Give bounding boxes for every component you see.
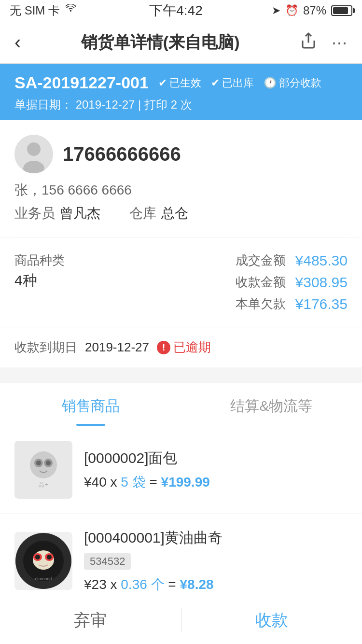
badge-shipped: ✔ 已出库 [211, 76, 254, 90]
badge-partial: 🕐 部分收款 [264, 76, 321, 90]
received-label: 收款金额 [236, 274, 286, 291]
debt-row: 本单欠款 ¥176.35 [236, 295, 348, 312]
section-divider [0, 367, 362, 375]
price-eq-1: = [149, 475, 161, 490]
svg-point-9 [46, 461, 51, 465]
check-icon-2: ✔ [211, 77, 220, 89]
wifi-icon [66, 4, 80, 17]
price-base-1: ¥40 [84, 475, 107, 490]
type-label: 商品种类 [14, 252, 65, 269]
product-thumbnail-2: diamond [14, 532, 72, 590]
price-unit-2: 个 [151, 577, 165, 592]
product-price-2: ¥23 x 0.36 个 = ¥8.28 [84, 575, 348, 594]
list-item: 品+ [0000002]面包 ¥40 x 5 袋 = ¥199.99 [0, 426, 362, 514]
back-button[interactable]: ‹ [14, 31, 21, 53]
share-icon[interactable] [300, 32, 317, 53]
warehouse: 仓库 总仓 [129, 204, 188, 223]
confirm-button[interactable]: 收款 [181, 600, 362, 641]
product-info-2: [000400001]黄油曲奇 534532 ¥23 x 0.36 个 = ¥8… [84, 528, 348, 594]
order-id-row: SA-20191227-001 ✔ 已生效 ✔ 已出库 🕐 部分收款 [14, 73, 348, 92]
product-name-1: [0000002]面包 [84, 448, 348, 468]
check-icon-1: ✔ [158, 77, 167, 89]
tabs-row: 销售商品 结算&物流等 [0, 383, 362, 426]
overdue-text: 已逾期 [173, 339, 211, 356]
amount-label: 成交金额 [236, 252, 286, 269]
debt-label: 本单欠款 [236, 295, 286, 312]
order-date: 2019-12-27 [76, 98, 135, 111]
product-name-2: [000400001]黄油曲奇 [84, 528, 348, 548]
header-date-row: 单据日期： 2019-12-27 | 打印 2 次 [14, 97, 348, 112]
svg-point-16 [35, 555, 40, 560]
tab-sales-products[interactable]: 销售商品 [0, 383, 181, 426]
battery-label: 87% [303, 4, 326, 17]
status-bar: 无 SIM 卡 下午4:42 ➤ ⏰ 87% [0, 0, 362, 21]
due-date-value: 2019-12-27 [85, 340, 149, 355]
warehouse-label: 仓库 [129, 204, 156, 223]
status-left: 无 SIM 卡 [10, 3, 80, 18]
cancel-button[interactable]: 弃审 [0, 600, 181, 641]
price-unit-1: 袋 [132, 475, 146, 490]
due-label: 收款到期日 [14, 339, 77, 356]
customer-section: 17666666666 张，156 6666 6666 业务员 曾凡杰 仓库 总… [0, 120, 362, 237]
battery-icon [331, 5, 352, 16]
stats-left: 商品种类 4种 [14, 252, 65, 291]
stats-section: 商品种类 4种 成交金额 ¥485.30 收款金额 ¥308.95 本单欠款 ¥… [0, 238, 362, 327]
order-id: SA-20191227-001 [14, 73, 149, 92]
alarm-icon: ⏰ [285, 4, 298, 17]
warehouse-value: 总仓 [161, 204, 188, 223]
tab-settlement[interactable]: 结算&物流等 [181, 383, 362, 426]
amount-value: ¥485.30 [295, 252, 348, 269]
due-section: 收款到期日 2019-12-27 ! 已逾期 [0, 327, 362, 367]
avatar [14, 135, 53, 173]
product-info-1: [0000002]面包 ¥40 x 5 袋 = ¥199.99 [84, 448, 348, 491]
product-price-1: ¥40 x 5 袋 = ¥199.99 [84, 473, 348, 491]
type-value: 4种 [14, 271, 65, 291]
time-label: 下午4:42 [149, 1, 203, 20]
overdue-icon: ! [157, 341, 170, 354]
clock-icon: 🕐 [264, 77, 277, 89]
date-label: 单据日期： [14, 98, 72, 111]
page-title: 销货单详情(来自电脑) [21, 31, 300, 54]
svg-point-17 [47, 555, 52, 560]
bottom-bar: 弃审 收款 [0, 596, 362, 644]
product-tag-2: 534532 [84, 553, 131, 570]
customer-meta: 业务员 曾凡杰 仓库 总仓 [14, 204, 348, 223]
print-suffix: 次 [181, 98, 192, 111]
customer-name-phone: 张，156 6666 6666 [14, 181, 348, 199]
price-qty-1: 5 [121, 475, 128, 490]
debt-value: ¥176.35 [295, 296, 348, 312]
sales-value: 曾凡杰 [60, 204, 100, 223]
badge-activated: ✔ 已生效 [158, 76, 201, 90]
svg-text:品+: 品+ [39, 481, 48, 488]
print-separator: | 打印 [138, 98, 171, 111]
overdue-badge: ! 已逾期 [157, 339, 211, 356]
svg-point-8 [36, 461, 41, 465]
received-row: 收款金额 ¥308.95 [236, 274, 348, 291]
carrier-label: 无 SIM 卡 [10, 3, 60, 18]
location-icon: ➤ [272, 4, 280, 17]
price-total-2: ¥8.28 [180, 577, 213, 592]
svg-point-5 [30, 451, 57, 478]
print-count: 2 [171, 98, 177, 111]
nav-right-icons: ··· [300, 32, 348, 53]
price-total-1: ¥199.99 [161, 475, 210, 490]
price-base-2: ¥23 [84, 577, 107, 592]
list-item: diamond [000400001]黄油曲奇 534532 ¥23 x 0.3… [0, 514, 362, 609]
product-thumbnail-1: 品+ [14, 441, 72, 499]
svg-point-2 [27, 142, 41, 156]
stats-right: 成交金额 ¥485.30 收款金额 ¥308.95 本单欠款 ¥176.35 [236, 252, 348, 312]
tabs-section: 销售商品 结算&物流等 [0, 383, 362, 426]
price-x-1: x [111, 475, 121, 490]
price-eq-2: = [168, 577, 180, 592]
nav-bar: ‹ 销货单详情(来自电脑) ··· [0, 21, 362, 64]
amount-row: 成交金额 ¥485.30 [236, 252, 348, 269]
more-icon[interactable]: ··· [332, 32, 348, 53]
customer-id: 17666666666 [63, 143, 181, 165]
svg-text:diamond: diamond [35, 576, 52, 581]
sales-label: 业务员 [14, 204, 55, 223]
header-banner: SA-20191227-001 ✔ 已生效 ✔ 已出库 🕐 部分收款 单据日期：… [0, 64, 362, 120]
customer-row: 17666666666 [14, 135, 348, 173]
status-right: ➤ ⏰ 87% [272, 4, 352, 17]
price-qty-2: 0.36 [121, 577, 147, 592]
received-value: ¥308.95 [295, 274, 348, 291]
